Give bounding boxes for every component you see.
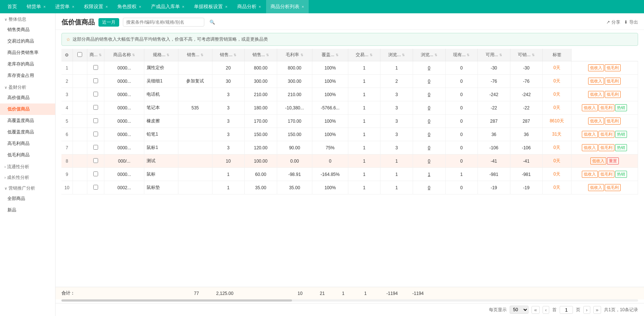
checkbox-cell[interactable] <box>87 115 104 128</box>
browse1-cell[interactable]: 0 <box>413 141 445 154</box>
export-button[interactable]: ⬇ 导出 <box>624 19 638 26</box>
col-name[interactable]: 商品名称 ⇅ <box>104 49 144 61</box>
browse-link[interactable]: 0 <box>428 132 430 137</box>
close-icon[interactable]: × <box>225 4 227 9</box>
close-icon[interactable]: × <box>139 4 141 9</box>
sidebar-item-low-gross[interactable]: 低毛利商品 <box>0 149 55 161</box>
browse-link[interactable]: 0 <box>428 185 430 190</box>
row-checkbox[interactable] <box>93 185 98 190</box>
nav-home[interactable]: 首页 <box>3 0 21 13</box>
row-checkbox[interactable] <box>93 105 98 110</box>
nav-permission[interactable]: 权限设置 × <box>80 0 112 13</box>
browse-link[interactable]: 0 <box>428 159 430 164</box>
scrollbar-thumb[interactable] <box>61 299 292 302</box>
sidebar-item-inventory-fund[interactable]: 库存资金占用 <box>0 70 55 81</box>
browse1-cell[interactable]: 0 <box>413 101 445 115</box>
row-checkbox[interactable] <box>93 65 98 70</box>
col-sales-qty[interactable]: 销售... ⇅ <box>178 49 212 61</box>
sidebar-item-high-value[interactable]: 高价值商品 <box>0 92 55 103</box>
col-gross-rate[interactable]: 毛利率 ⇅ <box>277 49 312 61</box>
sidebar-item-high-gross[interactable]: 高毛利商品 <box>0 138 55 149</box>
col-checkbox[interactable] <box>73 49 87 61</box>
browse-link[interactable]: 0 <box>428 65 430 71</box>
checkbox-cell[interactable] <box>87 75 104 88</box>
sidebar-group-marketing[interactable]: ∨ 营销推广分析 <box>0 182 55 193</box>
prev-page-button[interactable]: ‹ <box>543 306 549 314</box>
col-sales-cost[interactable]: 销售... ⇅ <box>245 49 277 61</box>
sidebar-item-old-inventory[interactable]: 老库存的商品 <box>0 58 55 70</box>
sidebar-item-traded[interactable]: 交易过的商品 <box>0 35 55 47</box>
first-page-button[interactable]: « <box>531 306 539 314</box>
checkbox-cell[interactable] <box>87 61 104 75</box>
row-checkbox[interactable] <box>93 171 98 176</box>
sidebar-item-all-products[interactable]: 全部商品 <box>0 193 55 204</box>
row-checkbox[interactable] <box>93 145 98 150</box>
sidebar-item-low-coverage[interactable]: 低覆盖度商品 <box>0 126 55 138</box>
col-current-stock[interactable]: 现有... ⇅ <box>445 49 478 61</box>
row-checkbox[interactable] <box>93 132 98 136</box>
close-icon[interactable]: × <box>43 4 46 9</box>
checkbox-cell[interactable] <box>87 88 104 101</box>
nav-product-analysis[interactable]: 商品分析 × <box>233 0 265 13</box>
sidebar-group-circulation[interactable]: › 流通性分析 <box>0 161 55 171</box>
col-code[interactable]: 商... ⇅ <box>87 49 104 61</box>
sidebar-item-high-coverage[interactable]: 高覆盖度商品 <box>0 115 55 126</box>
row-checkbox[interactable] <box>93 158 98 163</box>
browse-link[interactable]: 0 <box>428 79 430 84</box>
sidebar-group-profit[interactable]: ∨ 盈财分析 <box>0 81 55 92</box>
nav-role-auth[interactable]: 角色授权 × <box>113 0 145 13</box>
row-checkbox[interactable] <box>93 78 98 83</box>
col-browse2[interactable]: 浏览... ⇅ <box>413 49 445 61</box>
sidebar-item-category-sales-rate[interactable]: 商品分类销售率 <box>0 47 55 58</box>
last-page-button[interactable]: » <box>593 306 601 314</box>
sidebar-item-low-value[interactable]: 低价值商品 <box>0 103 55 115</box>
browse1-cell[interactable]: 0 <box>413 88 445 101</box>
sidebar-item-sales-category[interactable]: 销售类商品 <box>0 24 55 35</box>
search-icon[interactable]: 🔍 <box>209 20 215 25</box>
close-icon[interactable]: × <box>105 4 108 9</box>
nav-sales-order[interactable]: 销货单 × <box>22 0 50 13</box>
browse1-cell[interactable]: 0 <box>413 154 445 168</box>
search-input[interactable] <box>123 18 204 27</box>
page-size-select[interactable]: 50 100 200 <box>510 306 529 314</box>
browse-link[interactable]: 0 <box>428 145 430 150</box>
close-icon[interactable]: × <box>259 4 261 9</box>
checkbox-cell[interactable] <box>87 141 104 154</box>
checkbox-cell[interactable] <box>87 101 104 115</box>
close-icon[interactable]: × <box>302 4 304 9</box>
close-icon[interactable]: × <box>182 4 184 9</box>
col-browse1[interactable]: 浏览... ⇅ <box>380 49 413 61</box>
browse1-cell[interactable]: 0 <box>413 75 445 88</box>
browse1-cell[interactable]: 0 <box>413 115 445 128</box>
browse1-cell[interactable]: 1 <box>413 168 445 181</box>
nav-product-warehouse[interactable]: 产成品入库单 × <box>147 0 189 13</box>
scrollbar-track[interactable] <box>61 299 638 302</box>
col-settings[interactable]: ⚙ <box>61 49 73 61</box>
col-sellable[interactable]: 可销... ⇅ <box>510 49 543 61</box>
browse-link[interactable]: 0 <box>428 105 430 111</box>
browse-link[interactable]: 0 <box>428 119 430 124</box>
page-input[interactable] <box>560 306 573 314</box>
browse1-cell[interactable]: 0 <box>413 181 445 194</box>
col-available-stock[interactable]: 可用... ⇅ <box>478 49 510 61</box>
col-spec[interactable]: 规格... ⇅ <box>144 49 178 61</box>
checkbox-cell[interactable] <box>87 128 104 141</box>
row-checkbox[interactable] <box>93 118 98 123</box>
browse1-cell[interactable]: 0 <box>413 61 445 75</box>
nav-template-settings[interactable]: 单据模板设置 × <box>189 0 232 13</box>
select-all-checkbox[interactable] <box>77 52 82 57</box>
next-page-button[interactable]: › <box>583 306 590 314</box>
nav-product-analysis-list[interactable]: 商品分析列表 × <box>266 0 308 13</box>
filter-button[interactable]: 近一月 <box>98 18 119 27</box>
checkbox-cell[interactable] <box>87 181 104 194</box>
table-container[interactable]: ⚙ 商... ⇅ 商品名称 ⇅ 规格... ⇅ 销售... ⇅ 销售... ⇅ … <box>56 49 644 287</box>
browse-link[interactable]: 1 <box>428 172 430 177</box>
checkbox-cell[interactable] <box>87 154 104 168</box>
col-coverage[interactable]: 覆盖... ⇅ <box>312 49 348 61</box>
browse1-cell[interactable]: 0 <box>413 128 445 141</box>
col-transaction[interactable]: 交易... ⇅ <box>348 49 380 61</box>
sidebar-item-new-products[interactable]: 新品 <box>0 204 55 216</box>
col-sales-price[interactable]: 销售... ⇅ <box>212 49 245 61</box>
sidebar-group-growth[interactable]: › 成长性分析 <box>0 171 55 182</box>
nav-purchase-order[interactable]: 进货单 × <box>51 0 78 13</box>
